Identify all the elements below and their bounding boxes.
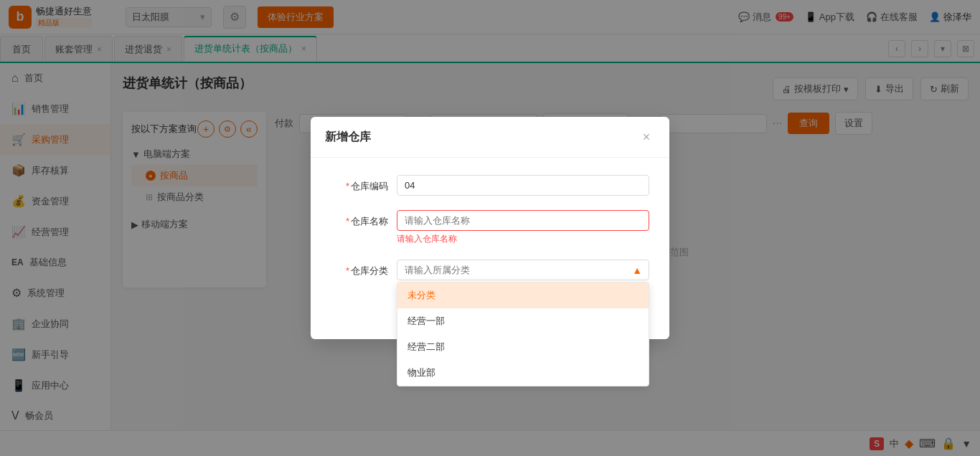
modal-header: 新增仓库 × [311,117,669,158]
warehouse-name-error: 请输入仓库名称 [397,233,649,245]
dropdown-item-operation2[interactable]: 经营二部 [397,334,649,360]
warehouse-category-label: 仓库分类 [331,260,388,277]
modal-overlay: 新增仓库 × 仓库编码 仓库名称 请输入仓库名称 仓库分类 [0,0,980,456]
dropdown-item-property[interactable]: 物业部 [397,360,649,386]
chevron-up-icon[interactable]: ▲ [632,265,642,276]
dropdown-item-operation1[interactable]: 经营一部 [397,308,649,334]
modal-body: 仓库编码 仓库名称 请输入仓库名称 仓库分类 ▲ [311,158,669,292]
warehouse-code-input-wrap [397,175,649,196]
warehouse-name-input[interactable] [397,210,649,231]
warehouse-name-input-wrap: 请输入仓库名称 [397,210,649,245]
warehouse-category-input-wrap: ▲ 未分类 经营一部 经营二部 物业部 [397,260,649,280]
warehouse-category-input[interactable] [397,260,649,280]
warehouse-name-label: 仓库名称 [331,210,388,228]
modal-title: 新增仓库 [325,130,371,145]
warehouse-code-label: 仓库编码 [331,175,388,193]
form-row-name: 仓库名称 请输入仓库名称 [331,210,649,245]
add-warehouse-modal: 新增仓库 × 仓库编码 仓库名称 请输入仓库名称 仓库分类 [311,117,669,339]
form-row-category: 仓库分类 ▲ 未分类 经营一部 经营二部 物业部 [331,260,649,280]
category-dropdown: 未分类 经营一部 经营二部 物业部 [397,282,649,386]
dropdown-item-uncategorized[interactable]: 未分类 [397,282,649,308]
modal-close-button[interactable]: × [638,128,655,146]
form-row-code: 仓库编码 [331,175,649,196]
warehouse-code-input[interactable] [397,175,649,196]
